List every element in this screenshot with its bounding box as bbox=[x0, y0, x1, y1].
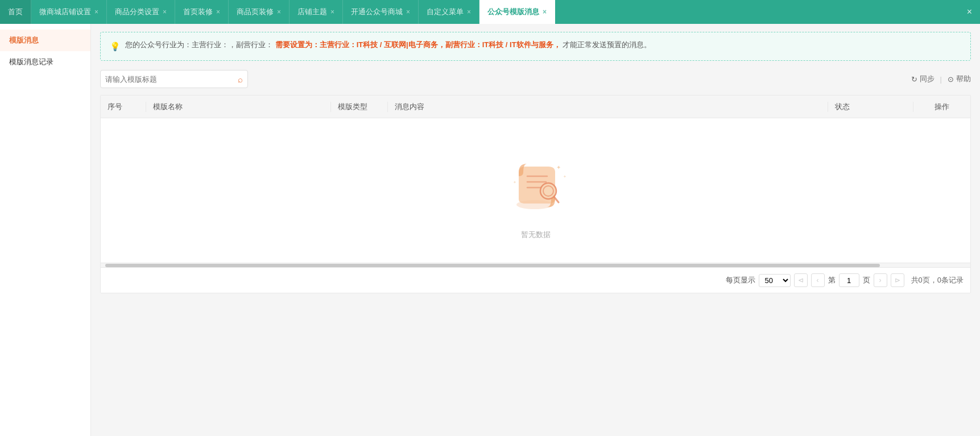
top-nav: 首页微商城店铺设置×商品分类设置×首页装修×商品页装修×店铺主题×开通公众号商城… bbox=[0, 0, 980, 24]
close-tab-category-setting[interactable]: × bbox=[163, 8, 167, 16]
pagination: 每页显示 102050100 ⊲ ‹ 第 页 › ⊳ 共0页，0条记录 bbox=[101, 267, 970, 293]
close-all-button[interactable]: × bbox=[959, 7, 980, 17]
svg-text:✦: ✦ bbox=[513, 180, 516, 184]
search-icon[interactable]: ⌕ bbox=[238, 74, 243, 84]
th-content: 消息内容 bbox=[388, 102, 828, 112]
sync-button[interactable]: ↻ 同步 bbox=[911, 74, 934, 84]
sync-icon: ↻ bbox=[911, 75, 917, 84]
search-actions: ↻ 同步 | ⊙ 帮助 bbox=[911, 74, 971, 84]
table-header: 序号 模版名称 模版类型 消息内容 状态 操作 bbox=[101, 95, 970, 118]
divider: | bbox=[940, 75, 942, 84]
close-tab-store-theme[interactable]: × bbox=[330, 8, 334, 16]
th-action: 操作 bbox=[913, 102, 970, 112]
total-info: 共0页，0条记录 bbox=[911, 275, 964, 285]
nav-tab-homepage-decor[interactable]: 首页装修× bbox=[175, 0, 229, 24]
close-tab-product-decor[interactable]: × bbox=[277, 8, 281, 16]
scroll-thumb[interactable] bbox=[105, 264, 880, 267]
close-tab-custom-menu[interactable]: × bbox=[467, 8, 471, 16]
nav-tab-home[interactable]: 首页 bbox=[0, 0, 31, 24]
sidebar-item-template-msg[interactable]: 模版消息 bbox=[0, 30, 90, 51]
first-page-button[interactable]: ⊲ bbox=[794, 273, 808, 287]
scroll-bar[interactable] bbox=[101, 263, 970, 267]
page-word: 第 bbox=[828, 275, 836, 285]
info-banner: 💡 您的公众号行业为：主营行业：，副营行业： 需要设置为：主营行业：IT科技 /… bbox=[100, 32, 971, 61]
nav-tab-shop-setting[interactable]: 微商城店铺设置× bbox=[31, 0, 107, 24]
nav-tab-store-theme[interactable]: 店铺主题× bbox=[290, 0, 343, 24]
page-number-input[interactable] bbox=[839, 273, 859, 287]
close-tab-template-msg[interactable]: × bbox=[543, 8, 547, 16]
close-tab-open-mall[interactable]: × bbox=[406, 8, 410, 16]
search-bar: ⌕ ↻ 同步 | ⊙ 帮助 bbox=[100, 70, 971, 88]
search-input-container[interactable]: ⌕ bbox=[100, 70, 248, 88]
info-banner-text: 您的公众号行业为：主营行业：，副营行业： 需要设置为：主营行业：IT科技 / 互… bbox=[125, 39, 651, 51]
help-icon: ⊙ bbox=[948, 75, 954, 84]
th-seq: 序号 bbox=[101, 102, 146, 112]
sidebar: 模版消息模版消息记录 bbox=[0, 24, 91, 436]
nav-tab-template-msg[interactable]: 公众号模版消息× bbox=[479, 0, 555, 24]
page-size-select[interactable]: 102050100 bbox=[759, 274, 791, 287]
svg-text:✦: ✦ bbox=[563, 175, 567, 178]
nav-tab-custom-menu[interactable]: 自定义菜单× bbox=[419, 0, 479, 24]
empty-text: 暂无数据 bbox=[521, 230, 551, 240]
svg-text:✦: ✦ bbox=[556, 164, 561, 171]
close-tab-shop-setting[interactable]: × bbox=[94, 8, 98, 16]
help-button[interactable]: ⊙ 帮助 bbox=[948, 74, 971, 84]
th-name: 模版名称 bbox=[146, 102, 331, 112]
main-layout: 模版消息模版消息记录 💡 您的公众号行业为：主营行业：，副营行业： 需要设置为：… bbox=[0, 24, 980, 436]
nav-tab-product-decor[interactable]: 商品页装修× bbox=[229, 0, 290, 24]
prev-page-button[interactable]: ‹ bbox=[811, 273, 825, 287]
nav-tab-open-mall[interactable]: 开通公众号商城× bbox=[343, 0, 419, 24]
th-status: 状态 bbox=[828, 102, 913, 112]
close-tab-homepage-decor[interactable]: × bbox=[216, 8, 220, 16]
content-area: 💡 您的公众号行业为：主营行业：，副营行业： 需要设置为：主营行业：IT科技 /… bbox=[91, 24, 980, 436]
th-type: 模版类型 bbox=[331, 102, 388, 112]
empty-state: ✦ ✦ ✦ 暂无数据 bbox=[101, 118, 970, 263]
page-unit: 页 bbox=[863, 275, 870, 285]
table-container: 序号 模版名称 模版类型 消息内容 状态 操作 bbox=[100, 95, 971, 293]
page-size-label: 每页显示 bbox=[726, 275, 755, 285]
search-input[interactable] bbox=[105, 75, 235, 84]
next-page-button[interactable]: › bbox=[874, 273, 887, 287]
empty-illustration: ✦ ✦ ✦ bbox=[502, 152, 570, 221]
nav-tab-category-setting[interactable]: 商品分类设置× bbox=[107, 0, 175, 24]
last-page-button[interactable]: ⊳ bbox=[891, 273, 904, 287]
sidebar-item-template-record[interactable]: 模版消息记录 bbox=[0, 51, 90, 73]
bulb-icon: 💡 bbox=[110, 40, 121, 53]
